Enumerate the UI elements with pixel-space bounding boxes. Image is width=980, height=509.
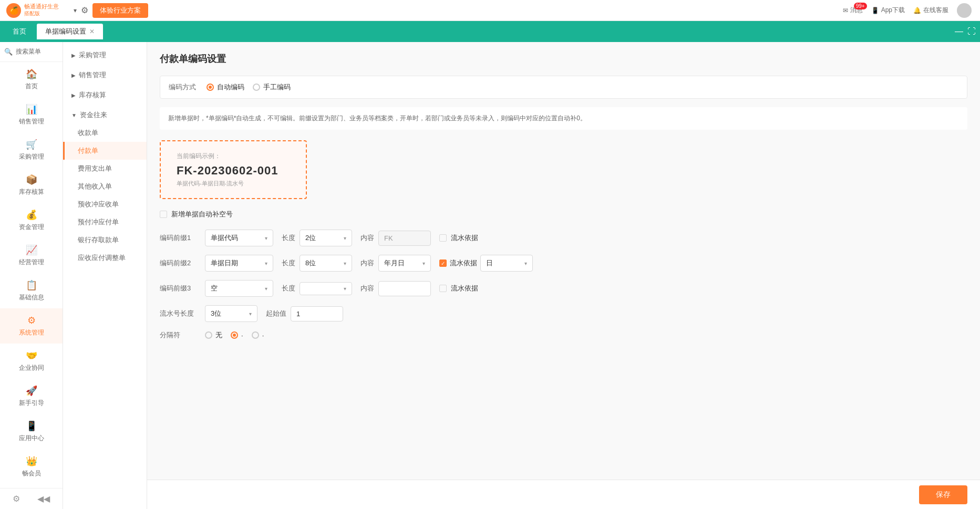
info-text: 新增单据时，*单据编码*自动生成，不可编辑。前缀设置为部门、业务员等档案类，开单… [160,107,967,130]
code-preview-value: FK-20230602-001 [177,164,290,178]
message-btn[interactable]: ✉ 消息 99+ [843,6,863,15]
trial-button[interactable]: 体验行业方案 [92,3,148,18]
stream2-period-select[interactable]: 日 ▾ [480,255,533,272]
sidebar-item-enterprise[interactable]: 🤝 企业协同 [0,344,63,379]
manual-encoding-radio[interactable]: 手工编码 [253,82,291,92]
length3-group: 长度 ▾ [282,282,352,295]
settings-icon[interactable]: ⚙ [81,5,88,15]
encoding-type-label: 编码方式 [169,82,196,92]
form-row-prefix1: 编码前缀1 单据代码 ▾ 长度 2位 ▾ [160,230,967,246]
guide-icon: 🚀 [26,385,37,397]
sidebar-nav: 🏠 首页 📊 销售管理 🛒 采购管理 📦 库存核算 💰 资金管理 [0,62,63,488]
nav-item-payment[interactable]: 付款单 [63,142,147,160]
save-button[interactable]: 保存 [919,485,967,504]
prefix1-select[interactable]: 单据代码 ▾ [205,230,273,246]
content2-select[interactable]: 年月日 ▾ [378,255,431,272]
arrow-icon: ▶ [71,92,76,98]
code-preview-box: 当前编码示例： FK-20230602-001 单据代码-单据日期-流水号 [160,140,307,199]
search-menu-btn[interactable]: 🔍 搜索菜单 [0,42,63,62]
length3-select[interactable]: ▾ [300,282,352,295]
sidebar-item-basics[interactable]: 📋 基础信息 [0,273,63,308]
topbar-right: ✉ 消息 99+ 📱 App下载 🔔 在线客服 [843,3,974,18]
sidebar-item-apps[interactable]: 📱 应用中心 [0,414,63,449]
nav-item-expense[interactable]: 费用支出单 [63,160,147,178]
sidebar-item-sales[interactable]: 📊 销售管理 [0,97,63,132]
group-purchase-title[interactable]: ▶ 采购管理 [63,46,147,64]
sidebar-bottom: ⚙ ◀◀ [0,488,63,509]
stream3-label: 流水依据 [451,284,478,293]
purchase-icon: 🛒 [26,139,37,150]
download-icon: 📱 [871,7,879,14]
message-icon: ✉ [843,7,848,14]
nav-item-advance-offset[interactable]: 预付冲应付单 [63,213,147,231]
online-service-btn[interactable]: 🔔 在线客服 [913,6,948,15]
content3-group: 内容 [360,281,431,296]
content2-group: 内容 年月日 ▾ [360,255,431,272]
length2-group: 长度 8位 ▾ [282,255,352,272]
auto-encoding-radio[interactable]: 自动编码 [207,82,244,92]
dropdown-btn[interactable]: ▾ [74,7,77,14]
finance-icon: 💰 [26,209,37,221]
tabbar-actions: — ⛶ [955,27,976,36]
stream2-label: 流水依据 [450,258,477,268]
group-funds-title[interactable]: ▼ 资金往来 [63,106,147,124]
serial-length-select[interactable]: 3位 ▾ [205,305,257,322]
system-icon: ⚙ [27,315,36,326]
start-value-input[interactable] [291,306,343,321]
sep-none-dot [205,331,212,339]
tab-home[interactable]: 首页 [4,24,35,39]
main-content: 付款单编码设置 编码方式 自动编码 手工编码 [147,42,980,480]
tabbar-maximize-btn[interactable]: ⛶ [967,27,976,36]
group-sales: ▶ 销售管理 [63,66,147,84]
sep-dash2-radio[interactable]: · [252,331,264,339]
length1-arrow-icon: ▾ [344,235,346,241]
sidebar-item-finance[interactable]: 💰 资金管理 [0,203,63,238]
service-icon: 🔔 [913,7,921,14]
nav-item-receipt[interactable]: 收款单 [63,124,147,142]
group-inventory-title[interactable]: ▶ 库存核算 [63,86,147,104]
length2-select[interactable]: 8位 ▾ [300,255,352,272]
nav-item-ar-ap-adjust[interactable]: 应收应付调整单 [63,249,147,267]
arrow-icon: ▶ [71,72,76,78]
stream1-checkbox[interactable] [439,234,447,242]
code-preview-label: 当前编码示例： [177,152,290,161]
content1-input[interactable] [378,231,431,246]
serial-length-arrow-icon: ▾ [249,311,252,317]
stream3-checkbox[interactable] [439,285,447,292]
tab-encoding-settings[interactable]: 单据编码设置 ✕ [37,24,103,39]
nav-item-other-income[interactable]: 其他收入单 [63,178,147,195]
encoding-radio-group: 自动编码 手工编码 [207,82,291,92]
prefix2-select[interactable]: 单据日期 ▾ [205,255,273,272]
topbar-controls: ▾ ⚙ 体验行业方案 [74,3,148,18]
sidebar-item-inventory[interactable]: 📦 库存核算 [0,168,63,203]
manual-encoding-dot [253,84,260,91]
collapse-icon[interactable]: ◀◀ [37,494,50,504]
sep-dash-radio[interactable]: · [231,331,243,339]
sidebar-item-purchase[interactable]: 🛒 采购管理 [0,132,63,168]
content3-input[interactable] [378,281,431,296]
tab-close-icon[interactable]: ✕ [89,28,95,35]
user-info[interactable] [957,3,974,18]
tabbar-minimize-btn[interactable]: — [955,27,963,36]
prefix3-select[interactable]: 空 ▾ [205,280,273,297]
message-badge: 99+ [854,3,867,9]
group-sales-title[interactable]: ▶ 销售管理 [63,66,147,84]
sidebar-item-member[interactable]: 👑 畅会员 [0,449,63,484]
nav-item-bank[interactable]: 银行存取款单 [63,231,147,249]
auto-fill-checkbox[interactable] [160,211,167,218]
serial-length-label: 流水号长度 [160,309,197,318]
stream2-checkbox[interactable]: ✓ [439,259,447,267]
sidebar-item-operations[interactable]: 📈 经营管理 [0,238,63,273]
prefix1-arrow-icon: ▾ [265,235,267,241]
sidebar-item-home[interactable]: 🏠 首页 [0,62,63,97]
form-row-prefix2: 编码前缀2 单据日期 ▾ 长度 8位 ▾ [160,255,967,272]
stream2-period-arrow-icon: ▾ [524,261,527,266]
sidebar-item-guide[interactable]: 🚀 新手引导 [0,379,63,414]
home-icon: 🏠 [26,68,37,80]
sep-none-radio[interactable]: 无 [205,330,222,340]
length1-select[interactable]: 2位 ▾ [300,230,352,246]
nav-item-prepay-offset[interactable]: 预收冲应收单 [63,195,147,213]
settings-bottom-icon[interactable]: ⚙ [13,494,20,504]
sidebar-item-system[interactable]: ⚙ 系统管理 [0,308,63,344]
app-download-btn[interactable]: 📱 App下载 [871,6,905,15]
